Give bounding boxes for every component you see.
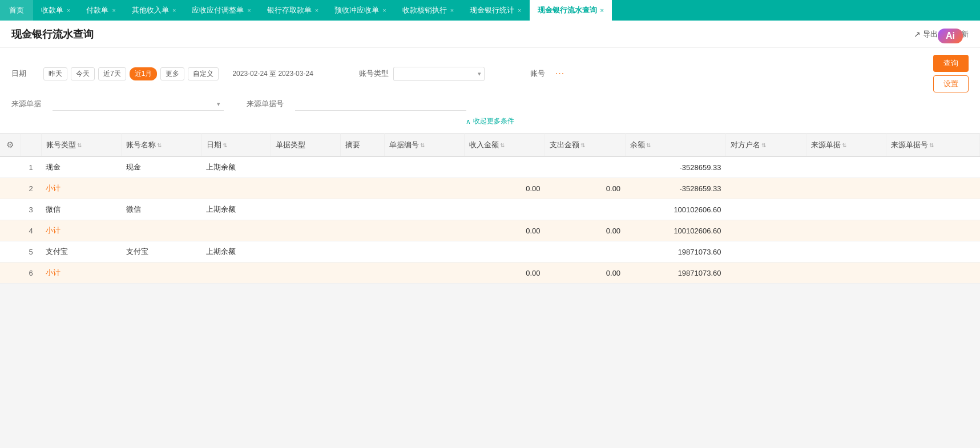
sort-icon: ⇅ [157, 142, 162, 148]
nav-tab-tiaozhendan[interactable]: 应收应付调整单 × [184, 0, 259, 21]
date-btn-more[interactable]: 更多 [160, 67, 184, 80]
nav-tab-yushou[interactable]: 预收冲应收单 × [326, 0, 394, 21]
export-button[interactable]: ↗ 导出 [914, 29, 938, 39]
date-options: 昨天 今天 近7天 近1月 更多 自定义 [43, 67, 219, 80]
col-counterparty[interactable]: 对方户名⇅ [726, 134, 806, 157]
table-cell [122, 263, 202, 284]
table-cell: 0.00 [465, 178, 545, 199]
col-expense[interactable]: 支出金额⇅ [545, 134, 626, 157]
date-range-display: 2023-02-24 至 2023-03-24 [232, 69, 313, 79]
nav-home[interactable]: 首页 [0, 0, 33, 21]
table-cell: 小计 [41, 220, 122, 241]
nav-tab-shoukuan[interactable]: 收款单 × [33, 0, 78, 21]
table-cell [384, 263, 465, 284]
account-type-select[interactable] [393, 67, 485, 81]
date-btn-custom[interactable]: 自定义 [188, 67, 219, 80]
table-cell: 支付宝 [122, 241, 202, 263]
table-cell [0, 156, 21, 178]
source-doc-no-input[interactable] [295, 97, 466, 111]
table-cell [806, 220, 886, 241]
filter-area: 日期 昨天 今天 近7天 近1月 更多 自定义 2023-02-24 至 202… [0, 48, 980, 134]
account-more-dots[interactable]: ··· [555, 68, 564, 79]
query-button[interactable]: 查询 [933, 55, 969, 72]
table-cell: 微信 [41, 199, 122, 220]
table-cell [886, 199, 980, 220]
source-doc-no-label: 来源单据号 [247, 99, 284, 109]
table-cell [201, 178, 271, 199]
col-balance[interactable]: 余额⇅ [625, 134, 725, 157]
date-btn-7days[interactable]: 近7天 [98, 67, 126, 80]
close-icon[interactable]: × [518, 0, 521, 21]
settings-button[interactable]: 设置 [933, 75, 969, 92]
nav-tab-yinhangcunqu[interactable]: 银行存取款单 × [259, 0, 326, 21]
table-cell: 0.00 [465, 263, 545, 284]
col-account-name[interactable]: 账号名称⇅ [122, 134, 202, 157]
nav-tab-tongji[interactable]: 现金银行统计 × [462, 0, 529, 21]
close-icon[interactable]: × [247, 0, 251, 21]
gear-icon[interactable]: ⚙ [6, 140, 14, 150]
table-cell [341, 263, 385, 284]
table-cell [271, 220, 341, 241]
table-cell [271, 199, 341, 220]
table-cell: 上期余额 [201, 156, 271, 178]
table-cell [886, 220, 980, 241]
date-label: 日期 [11, 68, 32, 79]
table-cell: 现金 [122, 156, 202, 178]
table-cell [726, 156, 806, 178]
table-cell [0, 241, 21, 263]
nav-tab-qitashouru[interactable]: 其他收入单 × [124, 0, 184, 21]
close-icon[interactable]: × [172, 0, 176, 21]
col-no [21, 134, 41, 157]
sort-icon: ⇅ [761, 142, 766, 148]
table-row: 3微信微信上期余额100102606.60 [0, 199, 980, 220]
close-icon[interactable]: × [315, 0, 318, 21]
col-income[interactable]: 收入金额⇅ [465, 134, 545, 157]
col-date[interactable]: 日期⇅ [201, 134, 271, 157]
table-cell [384, 178, 465, 199]
table-cell [545, 199, 626, 220]
nav-tab-hexiao[interactable]: 收款核销执行 × [394, 0, 462, 21]
table-cell: -3528659.33 [625, 178, 725, 199]
table-cell: 3 [21, 199, 41, 220]
col-source-doc-no[interactable]: 来源单据号⇅ [886, 134, 980, 157]
date-btn-today[interactable]: 今天 [71, 67, 95, 80]
table-cell [545, 241, 626, 263]
date-btn-1month[interactable]: 近1月 [130, 67, 158, 80]
filter-row-source: 来源单据 来源单据号 [11, 97, 969, 111]
source-doc-select[interactable] [53, 97, 224, 111]
account-type-select-wrapper [393, 67, 485, 81]
table-wrap: ⚙ 账号类型⇅ 账号名称⇅ 日期⇅ 单据类型 摘要 单据编号⇅ 收入金 [0, 134, 980, 284]
nav-tab-liushui[interactable]: 现金银行流水查询 × [530, 0, 612, 21]
close-icon[interactable]: × [382, 0, 386, 21]
filter-row-date: 日期 昨天 今天 近7天 近1月 更多 自定义 2023-02-24 至 202… [11, 55, 969, 92]
main-table: ⚙ 账号类型⇅ 账号名称⇅ 日期⇅ 单据类型 摘要 单据编号⇅ 收入金 [0, 134, 980, 284]
table-cell: -3528659.33 [625, 156, 725, 178]
close-icon[interactable]: × [67, 0, 70, 21]
table-cell [0, 178, 21, 199]
table-cell: 19871073.60 [625, 241, 725, 263]
table-row: 5支付宝支付宝上期余额19871073.60 [0, 241, 980, 263]
table-cell [806, 241, 886, 263]
col-source-doc[interactable]: 来源单据⇅ [806, 134, 886, 157]
account-label: 账号 [530, 68, 551, 79]
table-cell: 100102606.60 [625, 199, 725, 220]
table-cell [384, 156, 465, 178]
close-icon[interactable]: × [112, 0, 115, 21]
table-cell [465, 156, 545, 178]
table-cell [384, 241, 465, 263]
table-cell [341, 199, 385, 220]
close-icon[interactable]: × [450, 0, 454, 21]
table-header-row: ⚙ 账号类型⇅ 账号名称⇅ 日期⇅ 单据类型 摘要 单据编号⇅ 收入金 [0, 134, 980, 157]
table-cell: 0.00 [465, 220, 545, 241]
collapse-bar[interactable]: ∧ 收起更多条件 [11, 113, 969, 128]
date-btn-yesterday[interactable]: 昨天 [43, 67, 67, 80]
table-cell: 2 [21, 178, 41, 199]
col-account-type[interactable]: 账号类型⇅ [41, 134, 122, 157]
table-cell: 1 [21, 156, 41, 178]
close-icon[interactable]: × [600, 0, 604, 21]
table-cell [726, 220, 806, 241]
ai-badge[interactable]: Ai [938, 29, 963, 43]
col-settings[interactable]: ⚙ [0, 134, 21, 157]
col-doc-no[interactable]: 单据编号⇅ [384, 134, 465, 157]
nav-tab-fukuan[interactable]: 付款单 × [78, 0, 123, 21]
